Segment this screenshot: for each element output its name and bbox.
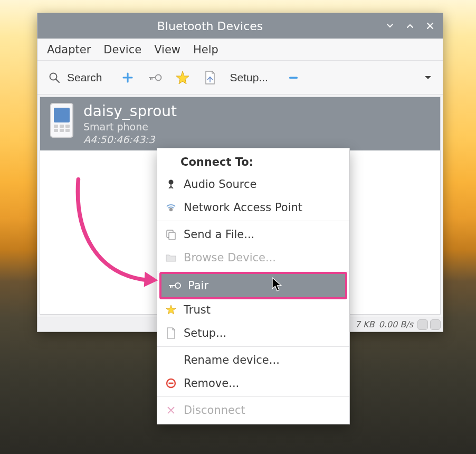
ctx-separator (157, 396, 349, 397)
device-info: daisy_sprout Smart phone A4:50:46:43:3 (83, 102, 177, 145)
menu-view[interactable]: View (148, 40, 187, 59)
ctx-network-ap-label: Network Access Point (184, 201, 302, 214)
close-icon[interactable] (423, 18, 437, 33)
ctx-separator (157, 221, 349, 221)
svg-point-12 (169, 180, 174, 185)
ctx-trust-label: Trust (184, 304, 211, 316)
svg-rect-15 (169, 232, 175, 240)
ctx-pair-label: Pair (188, 279, 208, 292)
plus-icon (120, 70, 135, 85)
svg-rect-3 (289, 77, 298, 79)
ctx-trust[interactable]: Trust (157, 298, 349, 321)
folder-icon (165, 251, 177, 264)
ctx-header: Connect To: (157, 150, 349, 173)
menu-device[interactable]: Device (97, 40, 148, 59)
add-device-button[interactable] (115, 64, 140, 91)
svg-rect-5 (54, 108, 70, 122)
menu-adapter[interactable]: Adapter (41, 40, 97, 59)
svg-point-2 (155, 74, 161, 80)
ctx-setup-label: Setup... (184, 327, 226, 339)
svg-rect-6 (54, 125, 58, 128)
key-icon (148, 70, 163, 85)
ctx-browse-device-label: Browse Device... (184, 251, 276, 264)
ctx-rename-label: Rename device... (184, 354, 280, 366)
tray-icon-2[interactable] (430, 319, 441, 330)
svg-point-13 (169, 208, 173, 211)
ctx-browse-device: Browse Device... (157, 246, 349, 269)
svg-line-1 (56, 79, 59, 82)
tray-icon-1[interactable] (417, 319, 428, 330)
ctx-disconnect: Disconnect (157, 399, 349, 422)
key-icon (169, 279, 182, 292)
ctx-send-file-label: Send a File... (184, 228, 254, 241)
document-send-icon (203, 70, 217, 85)
menu-help[interactable]: Help (187, 40, 225, 59)
ctx-setup[interactable]: Setup... (157, 321, 349, 345)
setup-button[interactable]: Setup... (225, 64, 273, 91)
network-icon (165, 201, 177, 214)
window-title: Bluetooth Devices (43, 20, 377, 33)
menubar: Adapter Device View Help (37, 39, 443, 61)
svg-rect-9 (54, 129, 58, 132)
search-icon (47, 70, 62, 85)
setup-label: Setup... (230, 71, 268, 84)
audio-icon (165, 178, 177, 191)
svg-rect-8 (65, 125, 70, 128)
remove-icon (165, 377, 177, 390)
trust-toolbar-button[interactable] (170, 64, 195, 91)
device-mac: A4:50:46:43:3 (83, 134, 177, 145)
svg-rect-10 (60, 129, 64, 132)
status-speed: 0.00 B/s (379, 319, 413, 329)
star-icon (175, 70, 190, 85)
phone-icon (47, 102, 76, 139)
ctx-separator (157, 271, 349, 271)
ctx-remove[interactable]: Remove... (157, 372, 349, 395)
svg-rect-18 (169, 383, 174, 384)
minimize-icon[interactable] (383, 18, 397, 33)
device-name: daisy_sprout (83, 102, 177, 120)
send-file-toolbar-button[interactable] (197, 64, 223, 91)
ctx-network-ap[interactable]: Network Access Point (157, 196, 349, 219)
ctx-disconnect-label: Disconnect (184, 404, 245, 417)
send-file-icon (165, 228, 177, 241)
titlebar[interactable]: Bluetooth Devices (37, 13, 443, 39)
toolbar-overflow-button[interactable] (424, 73, 440, 82)
search-label: Search (67, 71, 102, 84)
device-row[interactable]: daisy_sprout Smart phone A4:50:46:43:3 (40, 97, 440, 150)
svg-rect-7 (60, 125, 64, 128)
ctx-audio-source[interactable]: Audio Source (157, 173, 349, 196)
maximize-icon[interactable] (403, 18, 417, 33)
star-icon (165, 304, 177, 316)
remove-toolbar-button[interactable] (281, 64, 306, 91)
pair-toolbar-button[interactable] (142, 64, 168, 91)
device-context-menu: Connect To: Audio Source Network Access … (157, 148, 350, 424)
ctx-remove-label: Remove... (184, 377, 239, 390)
ctx-audio-source-label: Audio Source (184, 178, 257, 191)
search-button[interactable]: Search (42, 64, 108, 91)
ctx-separator (157, 346, 349, 347)
device-type: Smart phone (83, 121, 177, 133)
ctx-send-file[interactable]: Send a File... (157, 223, 349, 246)
svg-point-16 (175, 283, 180, 288)
minus-icon (286, 70, 301, 85)
status-size: 7 KB (355, 319, 375, 329)
disconnect-icon (165, 404, 177, 417)
ctx-pair[interactable]: Pair (159, 272, 347, 299)
document-icon (165, 327, 177, 339)
ctx-rename[interactable]: Rename device... (157, 348, 349, 372)
toolbar: Search Setup... (37, 61, 443, 94)
svg-rect-11 (65, 129, 70, 132)
blank-icon (165, 354, 177, 366)
